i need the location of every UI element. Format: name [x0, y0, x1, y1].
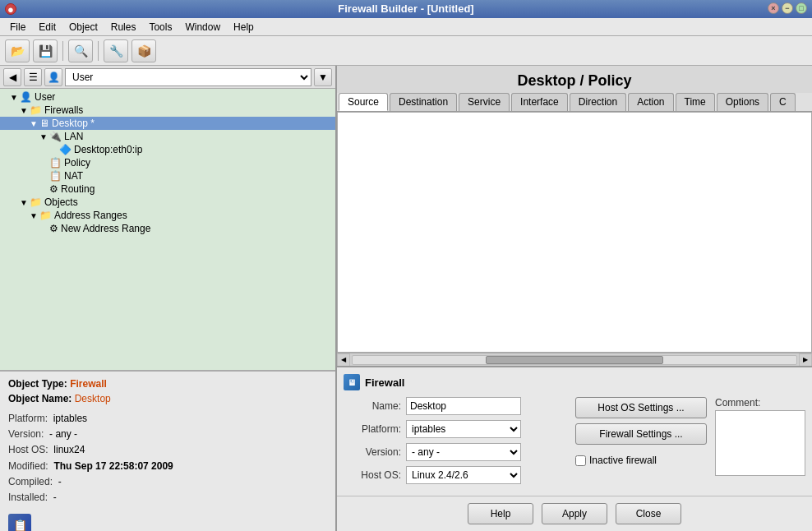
toolbar-separator2 — [98, 41, 99, 61]
inactive-checkbox[interactable] — [575, 455, 586, 466]
save-button[interactable]: 💾 — [33, 39, 58, 62]
tree-item-label: Routing — [61, 183, 95, 195]
tree-item-label: Desktop * — [52, 118, 95, 129]
firewall-header-label: Firewall — [365, 376, 404, 389]
close-button[interactable]: × — [768, 2, 779, 14]
obj-type-row: Object Type: Firewall — [8, 378, 327, 390]
tree-item-user[interactable]: ▼ 👤 User — [0, 90, 335, 104]
version-row: Version: - any - 1.4 1.3 — [344, 443, 567, 461]
title-bar-icon: ● — [5, 3, 16, 16]
tab-time[interactable]: Time — [676, 93, 715, 111]
firewall-icon: 🖥 — [39, 118, 49, 129]
info-panel: Object Type: Firewall Object Name: Deskt… — [0, 371, 335, 531]
hostos-value: linux24 — [53, 444, 85, 455]
tree-item-desktop[interactable]: ▼ 🖥 Desktop * — [0, 117, 335, 130]
platform-select[interactable]: iptables pf ipfw — [406, 420, 521, 438]
tree-item-routing[interactable]: ⚙ Routing — [0, 182, 335, 196]
host-os-settings-button[interactable]: Host OS Settings ... — [575, 397, 707, 418]
tree-back-button[interactable]: ◀ — [3, 68, 21, 86]
name-input[interactable] — [406, 397, 521, 415]
hscroll-track[interactable] — [352, 355, 797, 365]
form-middle: Host OS Settings ... Firewall Settings .… — [575, 397, 707, 489]
settings-button[interactable]: 🔧 — [104, 39, 128, 62]
bottom-buttons: Help Apply Close — [337, 496, 812, 531]
tab-interface[interactable]: Interface — [511, 93, 568, 111]
address-ranges-icon: 📁 — [39, 210, 52, 221]
tab-service[interactable]: Service — [459, 93, 510, 111]
tab-source[interactable]: Source — [339, 93, 388, 111]
minimize-button[interactable]: − — [782, 2, 793, 14]
tree-item-objects[interactable]: ▼ 📁 Objects — [0, 196, 335, 209]
menu-rules[interactable]: Rules — [104, 20, 143, 35]
menu-window[interactable]: Window — [178, 20, 227, 35]
form-left: Name: Platform: iptables pf ipfw Version… — [344, 397, 567, 489]
tree-item-policy[interactable]: 📋 Policy — [0, 156, 335, 169]
obj-name-row: Object Name: Desktop — [8, 393, 327, 404]
range-icon: ⚙ — [49, 223, 58, 234]
tree-list-button[interactable]: ☰ — [24, 68, 42, 86]
firewall-settings-button[interactable]: Firewall Settings ... — [575, 423, 707, 445]
version-select[interactable]: - any - 1.4 1.3 — [406, 443, 521, 461]
version-value: - any - — [49, 428, 77, 440]
hscroll-thumb[interactable] — [486, 356, 663, 364]
ip-icon: 🔷 — [59, 144, 72, 155]
hscroll-right[interactable]: ▶ — [799, 353, 812, 367]
menu-tools[interactable]: Tools — [142, 20, 178, 35]
platform-value: iptables — [53, 413, 87, 424]
hostos-select[interactable]: Linux 2.4/2.6 Linux 3.x OpenBSD — [406, 466, 521, 484]
menu-edit[interactable]: Edit — [32, 20, 62, 35]
platform-row: Platform: iptables pf ipfw — [344, 420, 567, 438]
package-button[interactable]: 📦 — [131, 39, 156, 62]
info-panel-icon-area: 📋 — [8, 514, 327, 531]
tab-destination[interactable]: Destination — [390, 93, 457, 111]
version-label: Version: — [344, 446, 401, 458]
tree-item-nat[interactable]: 📋 NAT — [0, 169, 335, 182]
tab-options[interactable]: Options — [717, 93, 768, 111]
open-button[interactable]: 📂 — [5, 39, 30, 62]
nat-icon: 📋 — [49, 170, 62, 182]
tree-item-label: Objects — [44, 196, 78, 208]
help-button[interactable]: Help — [468, 503, 533, 524]
tree-item-label: NAT — [64, 170, 83, 182]
tab-c[interactable]: C — [770, 93, 796, 111]
search-button[interactable]: 🔍 — [68, 39, 93, 62]
app-icon: ● — [5, 3, 16, 15]
tree-item-lan[interactable]: ▼ 🔌 LAN — [0, 130, 335, 143]
version-label: Version: — [8, 428, 47, 440]
tree-item-new-address-range[interactable]: ⚙ New Address Range — [0, 222, 335, 235]
objects-folder-icon: 📁 — [30, 196, 42, 208]
menu-file[interactable]: File — [3, 20, 32, 35]
obj-type-label: Object Type: — [8, 378, 67, 390]
detail-modified: Modified: Thu Sep 17 22:58:07 2009 — [8, 459, 327, 474]
tree-expand-button[interactable]: ▼ — [314, 68, 332, 86]
comment-textarea[interactable] — [715, 410, 805, 476]
installed-value: - — [53, 492, 57, 503]
maximize-button[interactable]: □ — [796, 2, 807, 14]
tree-dropdown[interactable]: User — [65, 68, 311, 86]
hostos-row: Host OS: Linux 2.4/2.6 Linux 3.x OpenBSD — [344, 466, 567, 484]
menu-help[interactable]: Help — [227, 20, 261, 35]
menu-object[interactable]: Object — [62, 20, 104, 35]
detail-version: Version: - any - — [8, 427, 327, 442]
tree-arrow: ▼ — [30, 119, 38, 128]
tabs-bar: Source Destination Service Interface Dir… — [337, 93, 812, 112]
tab-direction[interactable]: Direction — [570, 93, 626, 111]
tree-item-firewalls[interactable]: ▼ 📁 Firewalls — [0, 104, 335, 117]
tree-item-label: Address Ranges — [54, 210, 127, 221]
firewall-section-icon: 🖥 — [344, 374, 360, 390]
hscroll-left[interactable]: ◀ — [337, 353, 350, 367]
close-dialog-button[interactable]: Close — [616, 503, 681, 524]
tree-item-desktop-eth0[interactable]: 🔷 Desktop:eth0:ip — [0, 143, 335, 156]
inactive-row: Inactive firewall — [575, 455, 707, 466]
name-row: Name: — [344, 397, 567, 415]
policy-hscroll: ◀ ▶ — [337, 353, 812, 366]
tab-action[interactable]: Action — [628, 93, 673, 111]
tree-user-button[interactable]: 👤 — [44, 68, 62, 86]
apply-button[interactable]: Apply — [542, 503, 607, 524]
left-panel: ◀ ☰ 👤 User ▼ ▼ 👤 User ▼ 📁 Firewalls ▼ � — [0, 66, 337, 531]
info-panel-icon: 📋 — [8, 514, 31, 531]
detail-installed: Installed: - — [8, 490, 327, 506]
tree-item-address-ranges[interactable]: ▼ 📁 Address Ranges — [0, 209, 335, 222]
form-right: Comment: — [715, 397, 805, 489]
right-panel: Desktop / Policy Source Destination Serv… — [337, 66, 812, 531]
